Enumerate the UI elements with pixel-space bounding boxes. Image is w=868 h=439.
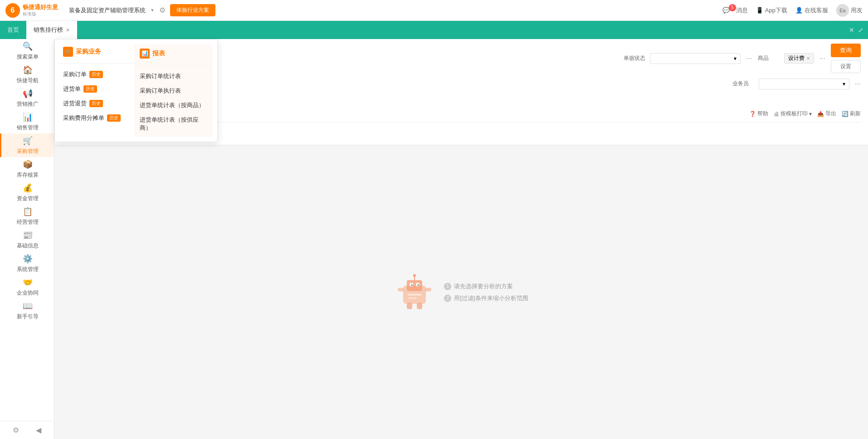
menu-item-goods-return[interactable]: 进货退货 历史 xyxy=(59,96,134,111)
tab-homepage[interactable]: 首页 xyxy=(0,21,26,39)
empty-state: 1 请先选择要分析的方案 2 用[过滤]条件来缩小分析范围 xyxy=(54,145,868,439)
tab-close-all-icon[interactable]: ✕ xyxy=(849,26,854,34)
print-btn[interactable]: 🖨 按模板打印 ▾ xyxy=(774,110,812,118)
goods-dots[interactable]: ··· xyxy=(819,54,825,63)
report-col-header: 📊 报表 xyxy=(136,46,211,63)
help-btn[interactable]: ❓ 帮助 xyxy=(749,110,768,118)
svg-rect-8 xyxy=(408,294,421,296)
goods-tag[interactable]: 设计费 ✕ xyxy=(784,53,814,64)
menu-item-goods-in[interactable]: 进货单 历史 xyxy=(59,82,134,96)
settings-button[interactable]: 设置 xyxy=(831,60,861,73)
history-badge-3: 历史 xyxy=(107,114,121,122)
sidebar-item-operations[interactable]: 📋 经营管理 xyxy=(0,204,54,228)
sidebar-item-inventory[interactable]: 📦 库存核算 xyxy=(0,157,54,181)
marketing-icon: 📢 xyxy=(23,89,33,99)
history-badge-2: 历史 xyxy=(89,100,103,107)
history-badge-0: 历史 xyxy=(89,71,103,78)
service-icon: 👤 xyxy=(795,7,803,14)
query-button[interactable]: 查询 xyxy=(831,44,861,57)
header-middle: 装备及固定资产辅助管理系统 ▼ ⚙ 体验行业方案 xyxy=(60,4,722,16)
operations-icon: 📋 xyxy=(23,207,33,217)
purchase-col-header: 🛒 采购业务 xyxy=(59,44,134,61)
svg-point-4 xyxy=(411,284,413,286)
purchase-icon: 🛒 xyxy=(23,136,33,146)
refresh-btn[interactable]: 🔄 刷新 xyxy=(842,110,861,118)
menu-item-goods-in-stat-supplier[interactable]: 进货单统计表（按供应商） xyxy=(136,113,211,135)
avatar: Ea xyxy=(836,4,849,17)
top-header: 6 畅捷通好生意 标准版 装备及固定资产辅助管理系统 ▼ ⚙ 体验行业方案 💬 … xyxy=(0,0,868,21)
tab-close-icon[interactable]: ✕ xyxy=(66,27,70,33)
export-icon: 📤 xyxy=(817,111,824,117)
receipt-status-dots[interactable]: ··· xyxy=(746,54,752,63)
svg-point-7 xyxy=(413,274,416,277)
sidebar-item-collab[interactable]: 🤝 企业协同 xyxy=(0,275,54,299)
dropdown-menu: 🛒 采购业务 采购订单 历史 进货单 历史 进货退货 历史 采购费用分摊单 xyxy=(54,39,218,142)
bottom-collapse-icon[interactable]: ◀ xyxy=(36,426,41,434)
sidebar-item-search[interactable]: 🔍 搜索菜单 xyxy=(0,39,54,63)
svg-point-5 xyxy=(417,284,419,286)
logo-icon: 6 xyxy=(5,3,20,18)
finance-icon: 💰 xyxy=(23,183,33,193)
sidebar-item-system[interactable]: ⚙️ 系统管理 xyxy=(0,252,54,275)
sidebar-item-sales[interactable]: 📊 销售管理 xyxy=(0,110,54,133)
tab-bar: 首页 销售排行榜 ✕ ✕ ⤢ xyxy=(0,21,868,39)
tab-maximize-icon[interactable]: ⤢ xyxy=(858,26,863,34)
menu-item-purchase-expense[interactable]: 采购费用分摊单 历史 xyxy=(59,111,134,125)
menu-item-purchase-order-exec[interactable]: 采购订单执行表 xyxy=(136,84,211,98)
industry-btn[interactable]: 体验行业方案 xyxy=(170,4,215,16)
chevron-down-icon: ▾ xyxy=(734,55,736,62)
report-divider xyxy=(136,65,211,65)
guide-icon: 📖 xyxy=(23,301,33,311)
basic-icon: 📰 xyxy=(23,230,33,240)
sidebar-bottom: ⚙ ◀ xyxy=(0,421,54,439)
tab-sales-ranking[interactable]: 销售排行榜 ✕ xyxy=(26,21,77,39)
system-title: 装备及固定资产辅助管理系统 xyxy=(69,6,146,15)
system-dropdown-arrow[interactable]: ▼ xyxy=(150,8,155,13)
step2-num: 2 xyxy=(444,295,451,302)
menu-item-purchase-order-stat[interactable]: 采购订单统计表 xyxy=(136,69,211,84)
svg-rect-13 xyxy=(417,303,422,309)
user-item[interactable]: Ea 用友 xyxy=(836,4,863,17)
salesman-select[interactable]: ▾ xyxy=(759,79,849,89)
report-col-icon: 📊 xyxy=(140,49,150,59)
home-icon: 🏠 xyxy=(23,65,33,75)
sidebar-item-marketing[interactable]: 📢 营销推广 xyxy=(0,86,54,110)
app-icon: 📱 xyxy=(756,7,763,14)
print-icon: 🖨 xyxy=(774,111,779,117)
svg-rect-11 xyxy=(425,288,431,291)
main-layout: 🔍 搜索菜单 🏠 快捷导航 📢 营销推广 📊 销售管理 🛒 采购管理 📦 库存核… xyxy=(0,39,868,439)
sidebar-item-quicknav[interactable]: 🏠 快捷导航 xyxy=(0,63,54,86)
receipt-status-select[interactable]: ▾ xyxy=(650,53,741,64)
goods-tag-close[interactable]: ✕ xyxy=(806,56,810,61)
empty-illustration xyxy=(394,272,435,313)
sidebar-item-basic[interactable]: 📰 基础信息 xyxy=(0,228,54,252)
menu-item-goods-in-stat-goods[interactable]: 进货单统计表（按商品） xyxy=(136,98,211,113)
svg-rect-1 xyxy=(407,280,422,291)
salesman-chevron-icon: ▾ xyxy=(843,81,845,87)
goods-label: 商品 xyxy=(758,54,780,62)
online-service-item[interactable]: 👤 在线客服 xyxy=(795,6,828,15)
settings-icon[interactable]: ⚙ xyxy=(159,6,166,15)
logo-text: 畅捷通好生意 标准版 xyxy=(23,4,58,17)
svg-rect-10 xyxy=(398,288,404,291)
app-download-item[interactable]: 📱 App下载 xyxy=(756,6,787,15)
print-chevron-icon[interactable]: ▾ xyxy=(809,111,812,117)
purchase-divider xyxy=(59,63,134,64)
collab-icon: 🤝 xyxy=(23,277,33,287)
menu-item-purchase-order[interactable]: 采购订单 历史 xyxy=(59,67,134,82)
sidebar-item-purchase[interactable]: 🛒 采购管理 xyxy=(0,133,54,157)
sidebar-item-finance[interactable]: 💰 资金管理 xyxy=(0,181,54,204)
message-item[interactable]: 💬 5 消息 xyxy=(722,6,748,15)
refresh-icon: 🔄 xyxy=(842,111,848,117)
sidebar-item-guide[interactable]: 📖 新手引导 xyxy=(0,299,54,322)
export-btn[interactable]: 📤 导出 xyxy=(817,110,836,118)
svg-rect-9 xyxy=(408,297,417,299)
svg-rect-12 xyxy=(407,303,412,309)
inventory-icon: 📦 xyxy=(23,159,33,169)
report-col: 📊 报表 采购订单统计表 采购订单执行表 进货单统计表（按商品） 进货单统计表（… xyxy=(134,44,213,137)
sidebar: 🔍 搜索菜单 🏠 快捷导航 📢 营销推广 📊 销售管理 🛒 采购管理 📦 库存核… xyxy=(0,39,54,439)
bottom-settings-icon[interactable]: ⚙ xyxy=(13,426,19,434)
salesman-dots[interactable]: ··· xyxy=(855,80,861,88)
sales-icon: 📊 xyxy=(23,112,33,122)
logo-area: 6 畅捷通好生意 标准版 xyxy=(5,3,60,18)
